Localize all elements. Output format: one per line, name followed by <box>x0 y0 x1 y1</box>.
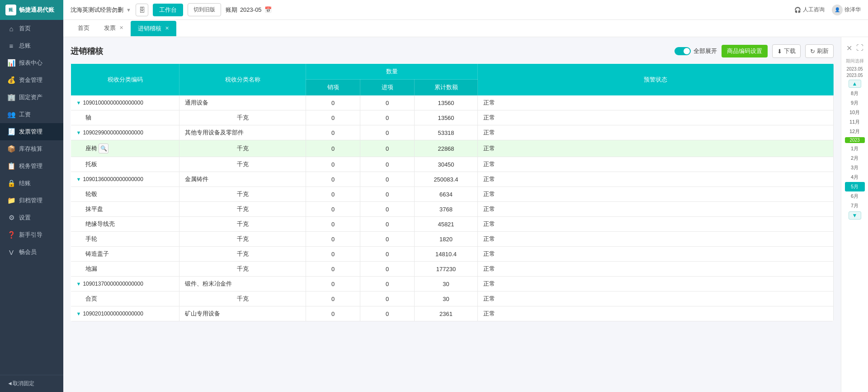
sidebar-item-assets[interactable]: 🏢 固定资产 <box>0 89 63 106</box>
sales-cell: 0 <box>306 187 360 202</box>
name-cell: 矿山专用设备 <box>179 306 306 321</box>
sidebar-item-funds[interactable]: 💰 资金管理 <box>0 72 63 89</box>
collapse-icon[interactable]: ▼ <box>76 100 81 105</box>
period-nav-down[interactable]: ▼ <box>849 211 861 220</box>
sidebar-item-ledger[interactable]: ≡ 总账 <box>0 37 63 54</box>
panel-close-button[interactable]: ✕ <box>845 43 854 53</box>
code-cell: ▼ 10901360000000000000 <box>71 172 179 187</box>
table-row: ▼ 10902990000000000000 其他专用设备及零部件 0 0 53… <box>71 125 834 140</box>
unit-cell: 千克 <box>179 232 306 247</box>
item-code-cell: 铸造盖子 <box>71 247 179 262</box>
total-cell: 30450 <box>415 157 478 172</box>
sidebar-item-settings[interactable]: ⚙ 设置 <box>0 209 63 226</box>
collapse-icon[interactable]: ▼ <box>76 130 81 135</box>
sidebar-item-invoice[interactable]: 🧾 发票管理 <box>0 123 63 140</box>
sidebar-item-closing[interactable]: 🔒 结账 <box>0 175 63 192</box>
old-version-button[interactable]: 切到旧版 <box>188 3 221 16</box>
workspace-button[interactable]: 工作台 <box>153 4 183 16</box>
reports-icon: 📊 <box>7 59 15 67</box>
purchase-cell: 0 <box>360 157 415 172</box>
table-row: 轮毂 千克 0 0 6634 正常 <box>71 187 834 202</box>
item-code-cell: 手轮 <box>71 232 179 247</box>
status-cell: 正常 <box>478 187 834 202</box>
tab-reconcile-close[interactable]: ✕ <box>165 25 169 31</box>
page-content: 进销稽核 全部展开 商品编码设置 ⬇ 下载 ↻ 刷新 <box>63 37 841 392</box>
sidebar-item-guide[interactable]: ❓ 新手引导 <box>0 226 63 244</box>
unit-cell: 千克 <box>179 262 306 277</box>
sidebar-pin-toggle[interactable]: ◄取消固定 <box>0 375 63 392</box>
sidebar-item-payroll[interactable]: 👥 工资 <box>0 106 63 123</box>
company-selector[interactable]: 沈海英测试经营勿删 ▼ <box>71 6 131 14</box>
unit-cell: 千克 <box>179 187 306 202</box>
item-code-cell: 抹平盘 <box>71 202 179 217</box>
company-name: 沈海英测试经营勿删 <box>71 6 123 14</box>
purchase-cell: 0 <box>360 247 415 262</box>
period-month-4[interactable]: 4月 <box>845 172 865 182</box>
collapse-icon[interactable]: ▼ <box>76 311 81 316</box>
sales-cell: 0 <box>306 292 360 306</box>
period-month-2[interactable]: 2月 <box>845 153 865 163</box>
tab-home[interactable]: 首页 <box>71 20 97 37</box>
page-header: 进销稽核 全部展开 商品编码设置 ⬇ 下载 ↻ 刷新 <box>71 44 834 58</box>
search-icon[interactable]: 🔍 <box>99 143 108 153</box>
period-month-7[interactable]: 7月 <box>845 201 865 210</box>
period-month-9[interactable]: 9月 <box>845 98 865 108</box>
collapse-icon[interactable]: ▼ <box>76 177 81 182</box>
user-menu[interactable]: 👤 徐泽华 <box>832 5 861 15</box>
tab-invoice-close[interactable]: ✕ <box>119 25 123 31</box>
period-selector-title: 期间选择 <box>846 58 864 64</box>
expand-toggle[interactable] <box>675 47 691 55</box>
product-code-button[interactable]: 商品编码设置 <box>722 45 768 57</box>
period-month-3[interactable]: 3月 <box>845 163 865 172</box>
sidebar: 账 畅捷通易代账 ⌂ 首页 ≡ 总账 📊 报表中心 💰 资金管理 🏢 固定资产 … <box>0 0 63 392</box>
sidebar-item-reports[interactable]: 📊 报表中心 <box>0 54 63 72</box>
sidebar-item-inventory[interactable]: 📦 库存核算 <box>0 140 63 158</box>
download-icon: ⬇ <box>777 48 782 55</box>
unit-cell: 千克 <box>179 157 306 172</box>
th-sales: 销项 <box>306 80 360 96</box>
period-month-6[interactable]: 6月 <box>845 191 865 201</box>
name-cell: 其他专用设备及零部件 <box>179 125 306 140</box>
sidebar-item-member[interactable]: V 畅会员 <box>0 244 63 261</box>
year-badge-2023[interactable]: 2023 <box>845 137 865 143</box>
panel-expand-button[interactable]: ⛶ <box>856 43 865 53</box>
period-month-1[interactable]: 1月 <box>845 144 865 153</box>
period-display: 账期 2023-05 📅 <box>226 6 272 14</box>
status-cell: 正常 <box>478 306 834 321</box>
period-month-10[interactable]: 10月 <box>845 108 865 117</box>
logo-icon: 账 <box>5 5 16 15</box>
sidebar-item-label: 库存核算 <box>19 145 42 153</box>
sidebar-item-archive[interactable]: 📁 归档管理 <box>0 192 63 209</box>
refresh-button[interactable]: ↻ 刷新 <box>805 44 834 58</box>
unit-cell: 千克 <box>179 247 306 262</box>
total-cell: 3768 <box>415 202 478 217</box>
tab-reconcile[interactable]: 进销稽核 ✕ <box>131 21 176 36</box>
period-nav-up[interactable]: ▲ <box>849 80 861 88</box>
consult-button[interactable]: 🎧 人工咨询 <box>794 6 825 14</box>
total-cell: 1820 <box>415 232 478 247</box>
sidebar-footer-label: ◄取消固定 <box>7 380 34 387</box>
table-row: 托板 千克 0 0 30450 正常 <box>71 157 834 172</box>
sidebar-item-home[interactable]: ⌂ 首页 <box>0 20 63 37</box>
tab-invoice[interactable]: 发票 ✕ <box>97 20 131 37</box>
total-cell: 30 <box>415 292 478 306</box>
table-row: 手轮 千克 0 0 1820 正常 <box>71 232 834 247</box>
archive-button[interactable]: 🗄 <box>136 4 148 16</box>
table-row: ▼ 10901360000000000000 金属铸件 0 0 250083.4… <box>71 172 834 187</box>
payroll-icon: 👥 <box>7 110 15 119</box>
status-cell: 正常 <box>478 292 834 306</box>
calendar-icon[interactable]: 📅 <box>264 6 272 13</box>
period-month-12[interactable]: 12月 <box>845 127 865 136</box>
collapse-icon[interactable]: ▼ <box>76 281 81 287</box>
funds-icon: 💰 <box>7 76 15 84</box>
table-row: 抹平盘 千克 0 0 3768 正常 <box>71 202 834 217</box>
download-button[interactable]: ⬇ 下载 <box>772 44 801 58</box>
archive-icon: 🗄 <box>139 6 145 14</box>
sidebar-item-tax[interactable]: 📋 税务管理 <box>0 158 63 175</box>
table-row: 绝缘导线壳 千克 0 0 45821 正常 <box>71 217 834 232</box>
period-month-8[interactable]: 8月 <box>845 89 865 98</box>
period-month-5[interactable]: 5月 <box>845 182 865 191</box>
unit-cell: 千克 <box>179 110 306 125</box>
tabs-bar: 首页 发票 ✕ 进销稽核 ✕ <box>63 20 868 37</box>
period-month-11[interactable]: 11月 <box>845 117 865 127</box>
